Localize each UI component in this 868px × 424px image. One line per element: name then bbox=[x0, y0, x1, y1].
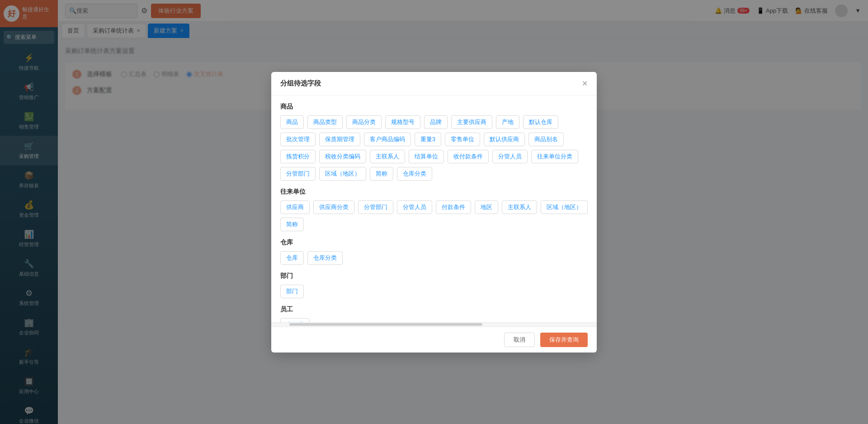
section-title-employee: 员工 bbox=[280, 305, 588, 314]
modal-horizontal-scrollbar[interactable] bbox=[271, 322, 597, 326]
field-tag-chandi[interactable]: 产地 bbox=[496, 115, 519, 129]
section-title-warehouse: 仓库 bbox=[280, 238, 588, 247]
field-tag-shangpinleixing[interactable]: 商品类型 bbox=[307, 115, 343, 129]
field-tag-quyu-partner[interactable]: 区域（地区） bbox=[541, 200, 588, 214]
field-tag-fenguanbumen-partner[interactable]: 分管部门 bbox=[358, 200, 393, 214]
save-query-button[interactable]: 保存并查询 bbox=[540, 333, 588, 347]
field-tag-morengongyingshang[interactable]: 默认供应商 bbox=[484, 133, 525, 146]
field-tag-gongyingshang[interactable]: 供应商 bbox=[280, 200, 310, 214]
field-tag-bumen[interactable]: 部门 bbox=[280, 285, 304, 298]
field-select-modal: 分组待选字段 ✕ 商品 商品 商品类型 商品分类 规格型号 品牌 主要供应商 产… bbox=[271, 72, 597, 353]
modal-body: 商品 商品 商品类型 商品分类 规格型号 品牌 主要供应商 产地 默认仓库 批次… bbox=[271, 95, 597, 323]
fields-grid-product: 商品 商品类型 商品分类 规格型号 品牌 主要供应商 产地 默认仓库 批次管理 … bbox=[280, 115, 588, 181]
cancel-button[interactable]: 取消 bbox=[504, 333, 535, 347]
field-tag-zhulianyiren-partner[interactable]: 主联系人 bbox=[502, 200, 537, 214]
modal-header: 分组待选字段 ✕ bbox=[271, 72, 597, 95]
field-tag-shangpinfenlei[interactable]: 商品分类 bbox=[346, 115, 382, 129]
field-tag-kehushangpinbianma[interactable]: 客户商品编码 bbox=[364, 133, 411, 146]
section-title-product: 商品 bbox=[280, 103, 588, 111]
field-tag-wanglaifenlei[interactable]: 往来单位分类 bbox=[531, 150, 578, 163]
field-tag-zhuyaogongyingshang[interactable]: 主要供应商 bbox=[451, 115, 492, 129]
field-tag-piciciguanli[interactable]: 批次管理 bbox=[280, 133, 316, 146]
field-tag-shoufukuantiaojian[interactable]: 收付款条件 bbox=[448, 150, 489, 163]
field-tag-shangpinbiehao[interactable]: 商品别名 bbox=[528, 133, 564, 146]
modal-overlay: 分组待选字段 ✕ 商品 商品 商品类型 商品分类 规格型号 品牌 主要供应商 产… bbox=[0, 0, 868, 424]
fields-grid-employee: 业务员 bbox=[280, 318, 588, 323]
field-tag-lingshoudanwei[interactable]: 零售单位 bbox=[445, 133, 480, 146]
fields-grid-warehouse: 仓库 仓库分类 bbox=[280, 251, 588, 265]
field-tag-fenguanrenyuan-partner[interactable]: 分管人员 bbox=[397, 200, 432, 214]
modal-footer: 取消 保存并查询 bbox=[271, 327, 597, 353]
modal-hscroll-thumb[interactable] bbox=[289, 323, 482, 326]
field-tag-cangku[interactable]: 仓库 bbox=[280, 251, 304, 265]
field-tag-baozhi[interactable]: 保质期管理 bbox=[319, 133, 360, 146]
field-tag-cangkufenlei-product[interactable]: 仓库分类 bbox=[397, 167, 432, 181]
field-tag-pinpai[interactable]: 品牌 bbox=[424, 115, 448, 129]
fields-grid-dept: 部门 bbox=[280, 285, 588, 298]
field-tag-jiesuandanwei[interactable]: 结算单位 bbox=[409, 150, 444, 163]
section-title-dept: 部门 bbox=[280, 272, 588, 280]
field-tag-quyu-product[interactable]: 区域（地区） bbox=[319, 167, 366, 181]
field-tag-cangkufenlei[interactable]: 仓库分类 bbox=[307, 251, 343, 265]
field-tag-zhongliang3[interactable]: 重量3 bbox=[415, 133, 441, 146]
field-tag-jianhuojifen[interactable]: 拣货积分 bbox=[280, 150, 316, 163]
field-tag-jiancheng-partner[interactable]: 简称 bbox=[280, 218, 304, 231]
field-tag-shuishoufenlei[interactable]: 税收分类编码 bbox=[319, 150, 366, 163]
field-tag-gongyingshangfenlei[interactable]: 供应商分类 bbox=[313, 200, 354, 214]
field-tag-zhulianyiren[interactable]: 主联系人 bbox=[370, 150, 405, 163]
field-tag-fenguanbumon[interactable]: 分管部门 bbox=[280, 167, 316, 181]
field-tag-fenguanrenyuan[interactable]: 分管人员 bbox=[492, 150, 528, 163]
field-tag-diqu[interactable]: 地区 bbox=[475, 200, 498, 214]
section-title-partner: 往来单位 bbox=[280, 188, 588, 196]
field-tag-fukuantiaojian[interactable]: 付款条件 bbox=[436, 200, 471, 214]
modal-title: 分组待选字段 bbox=[280, 79, 321, 88]
field-tag-guigexinghao[interactable]: 规格型号 bbox=[385, 115, 420, 129]
field-tag-yewuyuan[interactable]: 业务员 bbox=[280, 318, 310, 323]
field-tag-jiancheng-product[interactable]: 简称 bbox=[370, 167, 393, 181]
field-tag-shangpin[interactable]: 商品 bbox=[280, 115, 304, 129]
field-tag-morencangku[interactable]: 默认仓库 bbox=[523, 115, 558, 129]
fields-grid-partner: 供应商 供应商分类 分管部门 分管人员 付款条件 地区 主联系人 区域（地区） … bbox=[280, 200, 588, 231]
modal-close-button[interactable]: ✕ bbox=[582, 79, 588, 88]
